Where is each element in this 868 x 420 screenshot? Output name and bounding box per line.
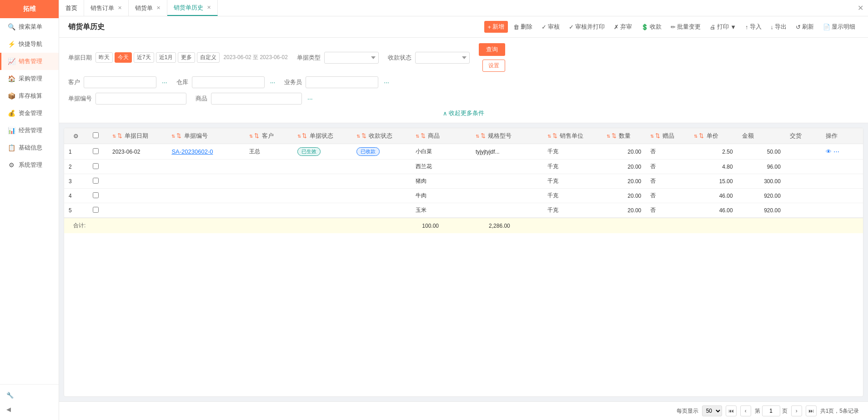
sidebar-item-sales-mgmt[interactable]: 📈 销售管理 <box>0 53 59 70</box>
goods-input[interactable] <box>211 93 302 105</box>
sort-unit-icon: ⇅ <box>552 132 557 139</box>
refresh-button[interactable]: ↺ 刷新 <box>792 21 818 33</box>
customer-input[interactable] <box>84 76 156 88</box>
sort-price-icon: ⇅ <box>699 132 704 139</box>
salesman-input[interactable] <box>306 76 378 88</box>
doc-type-select[interactable] <box>324 52 379 64</box>
col-header-unit[interactable]: ⇅ 销售单位 <box>543 128 602 144</box>
new-button[interactable]: + 新增 <box>484 21 508 33</box>
col-header-goods[interactable]: ⇅ 商品 <box>411 128 471 144</box>
col-header-check[interactable] <box>88 128 108 144</box>
audit-button[interactable]: ✓ 审核 <box>538 21 563 33</box>
sort-status-icon: ⇅ <box>302 132 307 139</box>
doc-no-input[interactable] <box>95 93 186 105</box>
date-filter-group: 单据日期 昨天 今天 近7天 近1月 更多 自定义 2023-06-02 至 2… <box>68 52 288 63</box>
cell-check[interactable] <box>88 144 108 160</box>
sidebar-collapse-btn[interactable]: ◀ <box>0 402 59 416</box>
date-btn-yesterday[interactable]: 昨天 <box>95 52 113 63</box>
col-header-qty[interactable]: ⇅ 数量 <box>602 128 646 144</box>
date-btn-7days[interactable]: 近7天 <box>134 52 154 63</box>
tab-sales-order-close[interactable]: ✕ <box>118 5 122 11</box>
sidebar-item-system-mgmt[interactable]: ⚙ 系统管理 <box>0 156 59 174</box>
col-header-status[interactable]: ⇅ 单据状态 <box>293 128 352 144</box>
collapse-more-btn[interactable]: ∧ 收起更多条件 <box>68 109 859 117</box>
col-header-pay-status[interactable]: ⇅ 收款状态 <box>352 128 411 144</box>
salesman-more-icon[interactable]: ··· <box>384 79 389 86</box>
select-all-checkbox[interactable] <box>93 132 99 138</box>
col-header-date[interactable]: ⇅ 单据日期 <box>108 128 167 144</box>
col-header-spec[interactable]: ⇅ 规格型号 <box>471 128 543 144</box>
row-checkbox[interactable] <box>93 192 99 198</box>
date-btn-1month[interactable]: 近1月 <box>156 52 176 63</box>
filter-row-1: 单据日期 昨天 今天 近7天 近1月 更多 自定义 2023-06-02 至 2… <box>68 43 859 72</box>
sidebar-item-basic-info[interactable]: 📋 基础信息 <box>0 139 59 156</box>
cell-price: 46.00 <box>689 189 737 203</box>
cell-check[interactable] <box>88 160 108 174</box>
goods-more-icon[interactable]: ··· <box>307 95 313 102</box>
sidebar-item-purchase-mgmt[interactable]: 🏠 采购管理 <box>0 70 59 87</box>
last-page-btn[interactable]: ⏭ <box>806 405 817 416</box>
cell-amount: 96.00 <box>738 160 785 174</box>
tab-sales-history-close[interactable]: ✕ <box>207 5 211 10</box>
new-icon: + <box>488 24 492 30</box>
abandon-button[interactable]: ✗ 弃审 <box>610 21 636 33</box>
batch-change-button[interactable]: ✏ 批量变更 <box>667 21 704 33</box>
row-checkbox[interactable] <box>93 178 99 184</box>
next-page-btn[interactable]: › <box>791 405 802 416</box>
sidebar-item-quick-nav[interactable]: ⚡ 快捷导航 <box>0 35 59 53</box>
col-header-price[interactable]: ⇅ 单价 <box>689 128 737 144</box>
setting-button[interactable]: 设置 <box>482 60 505 72</box>
sidebar-bottom-settings[interactable]: 🔧 <box>0 388 59 402</box>
sidebar-item-search-menu[interactable]: 🔍 搜索菜单 <box>0 18 59 35</box>
date-btn-today[interactable]: 今天 <box>115 52 132 63</box>
sidebar-item-finance[interactable]: 💰 资金管理 <box>0 105 59 122</box>
collect-icon: 💲 <box>641 24 648 30</box>
tab-home[interactable]: 首页 <box>59 0 84 16</box>
sidebar-item-operations[interactable]: 📊 经营管理 <box>0 122 59 139</box>
tab-sales-goods-close[interactable]: ✕ <box>156 5 161 11</box>
warehouse-more-icon[interactable]: ··· <box>270 79 276 86</box>
row-checkbox[interactable] <box>93 207 99 213</box>
sidebar-item-finance-label: 资金管理 <box>19 109 42 117</box>
page-input[interactable] <box>762 405 780 416</box>
tab-sales-order[interactable]: 销售订单 ✕ <box>84 0 129 16</box>
goods-label: 商品 <box>196 95 207 103</box>
cell-check[interactable] <box>88 203 108 218</box>
warehouse-input[interactable] <box>192 76 265 88</box>
first-page-btn[interactable]: ⏮ <box>726 405 737 416</box>
prev-page-btn[interactable]: ‹ <box>740 405 751 416</box>
query-button[interactable]: 查询 <box>479 43 505 56</box>
per-page-label: 每页显示 <box>677 407 698 415</box>
cell-check[interactable] <box>88 174 108 189</box>
tab-sales-history[interactable]: 销货单历史 ✕ <box>167 0 218 16</box>
col-header-gift[interactable]: ⇅ 赠品 <box>646 128 689 144</box>
date-btn-custom[interactable]: 自定义 <box>197 52 220 63</box>
doc-type-label: 单据类型 <box>297 54 321 62</box>
col-header-order-no[interactable]: ⇅ 单据编号 <box>167 128 245 144</box>
more-action-btn[interactable]: ⋯ <box>833 148 839 155</box>
col-header-gear[interactable]: ⚙ <box>64 128 88 144</box>
cell-check[interactable] <box>88 189 108 203</box>
tab-sales-goods[interactable]: 销货单 ✕ <box>129 0 167 16</box>
import-button[interactable]: ↑ 导入 <box>742 21 765 33</box>
collect-button[interactable]: 💲 收款 <box>637 21 665 33</box>
cell-unit: 千克 <box>543 144 602 160</box>
sidebar-item-inventory[interactable]: 📦 库存核算 <box>0 87 59 105</box>
customer-more-icon[interactable]: ··· <box>162 79 167 86</box>
doc-no-filter-group: 单据编号 <box>68 93 186 105</box>
audit-print-button[interactable]: ✓ 审核并打印 <box>565 21 608 33</box>
order-no-link[interactable]: SA-20230602-0 <box>171 148 213 155</box>
cell-spec <box>471 160 543 174</box>
export-button[interactable]: ↓ 导出 <box>767 21 791 33</box>
per-page-select[interactable]: 50 <box>702 405 722 416</box>
row-checkbox[interactable] <box>93 148 99 154</box>
view-btn[interactable]: 👁 <box>826 148 832 155</box>
print-button[interactable]: 🖨 打印 ▼ <box>706 21 740 33</box>
pay-status-select[interactable] <box>415 52 470 64</box>
date-btn-more[interactable]: 更多 <box>178 52 195 63</box>
col-header-customer[interactable]: ⇅ 客户 <box>245 128 292 144</box>
row-checkbox[interactable] <box>93 163 99 169</box>
tab-bar-close-all[interactable]: ✕ <box>858 4 868 12</box>
delete-button[interactable]: 🗑 删除 <box>510 21 536 33</box>
show-detail-button[interactable]: 📄 显示明细 <box>819 21 859 33</box>
